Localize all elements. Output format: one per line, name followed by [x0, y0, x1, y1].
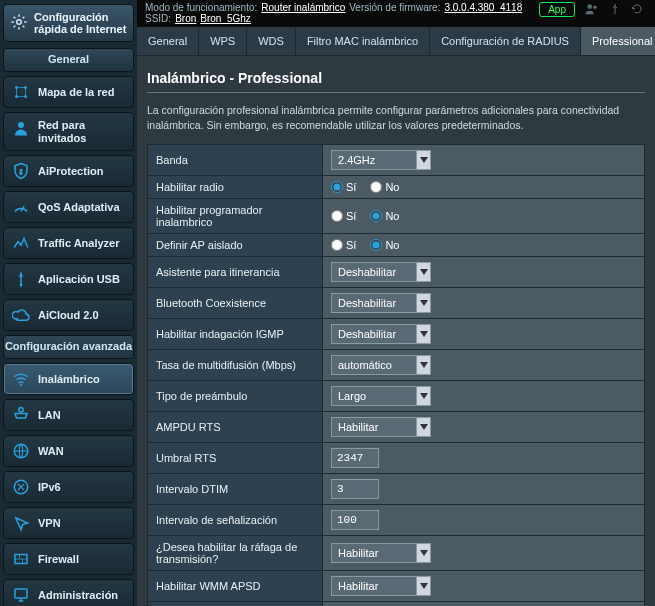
select-14[interactable]: Habilitar [331, 576, 431, 596]
sidebar-item-aip[interactable]: AiProtection [3, 155, 134, 187]
sidebar-item-label: Aplicación USB [38, 273, 120, 286]
setting-row: Habilitar WMM APSDHabilitar [148, 571, 645, 602]
text-input-11[interactable] [331, 479, 379, 499]
radio-yes[interactable]: Sí [331, 181, 356, 193]
radio-no-label: No [385, 210, 399, 222]
refresh-icon[interactable] [631, 3, 643, 17]
select-9[interactable]: Habilitar [331, 417, 431, 437]
radio-yes-input[interactable] [331, 181, 343, 193]
sidebar-item-label: Inalámbrico [38, 373, 100, 386]
guest-icon [12, 119, 30, 137]
sidebar-item-lan[interactable]: LAN [3, 399, 134, 431]
sidebar-item-guest[interactable]: Red para invitados [3, 112, 134, 151]
clients-icon[interactable] [585, 3, 599, 17]
setting-label: AMPDU RTS [148, 412, 323, 443]
select-7[interactable]: automático [331, 355, 431, 375]
sidebar-item-firewall[interactable]: Firewall [3, 543, 134, 575]
tab-wps[interactable]: WPS [199, 27, 247, 55]
select-value: 2.4GHz [332, 151, 416, 169]
app-button[interactable]: App [539, 2, 575, 17]
fw-value[interactable]: 3.0.0.4.380_4118 [444, 2, 522, 13]
text-input-12[interactable] [331, 510, 379, 530]
radio-yes[interactable]: Sí [331, 210, 356, 222]
sidebar-item-wan[interactable]: WAN [3, 435, 134, 467]
svg-marker-22 [420, 362, 428, 368]
radio-no-input[interactable] [370, 181, 382, 193]
setting-row: Reducción de interferencias de USB 3.0Ha… [148, 602, 645, 606]
radio-no[interactable]: No [370, 181, 399, 193]
sidebar-item-ipv6[interactable]: IPv6 [3, 471, 134, 503]
setting-row: Habilitar indagación IGMPDeshabilitar [148, 319, 645, 350]
setting-label: Intervalo de señalización [148, 505, 323, 536]
ssid-5[interactable]: Bron_5Ghz [200, 13, 251, 24]
sidebar: Configuración rápida de Internet General… [0, 0, 137, 606]
tab-wds[interactable]: WDS [247, 27, 296, 55]
svg-marker-18 [420, 157, 428, 163]
usb-status-icon[interactable] [609, 3, 621, 17]
svg-rect-14 [15, 589, 27, 598]
setting-label: Umbral RTS [148, 443, 323, 474]
radio-yes-input[interactable] [331, 210, 343, 222]
chevron-down-icon [416, 418, 430, 436]
main-area: Modo de funcionamiento: Router inalámbri… [137, 0, 655, 606]
select-value: Deshabilitar [332, 325, 416, 343]
sidebar-item-map[interactable]: Mapa de la red [3, 76, 134, 108]
svg-point-17 [593, 5, 597, 9]
setting-value-cell: Deshabilitar [323, 257, 645, 288]
svg-point-10 [19, 408, 24, 413]
tab-filtro-mac-inal-mbrico[interactable]: Filtro MAC inalámbrico [296, 27, 430, 55]
setting-value-cell: automático [323, 350, 645, 381]
radio-yes-label: Sí [346, 210, 356, 222]
text-input-10[interactable] [331, 448, 379, 468]
radio-no-input[interactable] [370, 210, 382, 222]
setting-value-cell: SíNo [323, 234, 645, 257]
select-5[interactable]: Deshabilitar [331, 293, 431, 313]
select-4[interactable]: Deshabilitar [331, 262, 431, 282]
tab-configuraci-n-de-radius[interactable]: Configuración de RADIUS [430, 27, 581, 55]
tab-professional[interactable]: Professional [581, 27, 655, 55]
sidebar-item-vpn[interactable]: VPN [3, 507, 134, 539]
radio-yes[interactable]: Sí [331, 239, 356, 251]
sidebar-item-traffic[interactable]: Traffic Analyzer [3, 227, 134, 259]
radio-yes-label: Sí [346, 181, 356, 193]
sidebar-item-aicloud[interactable]: AiCloud 2.0 [3, 299, 134, 331]
setting-row: Intervalo de señalización [148, 505, 645, 536]
ssid-24[interactable]: Bron [175, 13, 196, 24]
select-0[interactable]: 2.4GHz [331, 150, 431, 170]
quick-internet-setup[interactable]: Configuración rápida de Internet [3, 4, 134, 42]
setting-label: Habilitar WMM APSD [148, 571, 323, 602]
sidebar-item-label: QoS Adaptativa [38, 201, 120, 214]
sidebar-item-admin[interactable]: Administración [3, 579, 134, 606]
setting-value-cell: Deshabilitar [323, 288, 645, 319]
sidebar-item-usb[interactable]: Aplicación USB [3, 263, 134, 295]
sidebar-item-wireless[interactable]: Inalámbrico [3, 363, 134, 395]
mode-value[interactable]: Router inalámbrico [261, 2, 345, 13]
radio-no-input[interactable] [370, 239, 382, 251]
svg-marker-24 [420, 424, 428, 430]
sidebar-item-label: AiCloud 2.0 [38, 309, 99, 322]
setting-row: AMPDU RTSHabilitar [148, 412, 645, 443]
vpn-icon [12, 514, 30, 532]
tab-general[interactable]: General [137, 27, 199, 55]
settings-table: Banda2.4GHzHabilitar radioSíNoHabilitar … [147, 144, 645, 606]
radio-yes-input[interactable] [331, 239, 343, 251]
map-icon [12, 83, 30, 101]
setting-label: Banda [148, 145, 323, 176]
nav-advanced-header: Configuración avanzada [3, 335, 134, 359]
setting-value-cell: SíNo [323, 176, 645, 199]
sidebar-item-label: WAN [38, 445, 64, 458]
chevron-down-icon [416, 356, 430, 374]
aicloud-icon [12, 306, 30, 324]
select-8[interactable]: Largo [331, 386, 431, 406]
radio-no[interactable]: No [370, 210, 399, 222]
setting-label: Asistente para itinerancia [148, 257, 323, 288]
radio-no[interactable]: No [370, 239, 399, 251]
wan-icon [12, 442, 30, 460]
select-13[interactable]: Habilitar [331, 543, 431, 563]
chevron-down-icon [416, 263, 430, 281]
setting-value-cell: Largo [323, 381, 645, 412]
setting-value-cell: SíNo [323, 199, 645, 234]
select-value: automático [332, 356, 416, 374]
select-6[interactable]: Deshabilitar [331, 324, 431, 344]
sidebar-item-qos[interactable]: QoS Adaptativa [3, 191, 134, 223]
